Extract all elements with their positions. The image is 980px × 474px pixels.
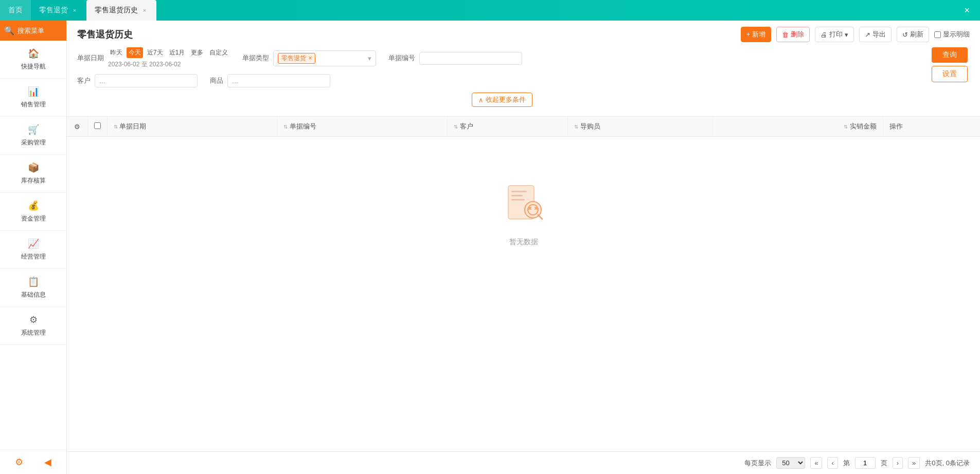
date-filter-group: 单据日期 昨天 今天 近7天 近1月 更多 自定义 2	[77, 47, 230, 69]
export-label: 导出	[872, 30, 886, 39]
date-shortcut-yesterday[interactable]: 昨天	[108, 47, 124, 58]
tab-首页[interactable]: 首页	[0, 0, 31, 21]
tab-零售退货[interactable]: 零售退货×	[31, 0, 86, 21]
svg-rect-1	[511, 191, 527, 192]
th-amount: ⇅ 实销金额	[713, 117, 883, 137]
settings-icon[interactable]: ⚙	[15, 457, 23, 468]
th-number-label: 单据编号	[290, 122, 316, 130]
page-header-top: 零售退货历史 + 新增 🗑 删除 🖨 打印 ▾ ↗ 导出	[77, 27, 970, 42]
sidebar-item-经营管理[interactable]: 📈 经营管理	[0, 231, 66, 269]
sidebar-item-系统管理[interactable]: ⚙ 系统管理	[0, 307, 66, 345]
toolbar: + 新增 🗑 删除 🖨 打印 ▾ ↗ 导出 ↺	[741, 27, 970, 42]
sidebar-icon: ⚙	[28, 314, 39, 325]
type-tag-label: 零售退货	[281, 54, 306, 63]
sidebar-search[interactable]: 🔍 搜索菜单	[0, 21, 66, 41]
collapse-label: 收起更多条件	[486, 95, 526, 104]
content-area: 零售退货历史 + 新增 🗑 删除 🖨 打印 ▾ ↗ 导出	[67, 21, 980, 474]
query-button[interactable]: 查询	[932, 47, 968, 63]
type-tag-close-icon[interactable]: ×	[308, 54, 312, 62]
sidebar-icon: 📦	[28, 162, 39, 173]
date-shortcut-more[interactable]: 更多	[189, 47, 205, 58]
sidebar-item-库存核算[interactable]: 📦 库存核算	[0, 155, 66, 193]
export-button[interactable]: ↗ 导出	[859, 27, 892, 42]
next-page-button[interactable]: ›	[893, 457, 903, 469]
sidebar-item-label: 库存核算	[21, 176, 46, 185]
sidebar-icon: 💰	[28, 200, 39, 211]
display-toggle-label: 显示明细	[943, 30, 970, 39]
per-page-label: 每页显示	[744, 459, 771, 468]
page-header: 零售退货历史 + 新增 🗑 删除 🖨 打印 ▾ ↗ 导出	[67, 21, 980, 117]
tab-零售退货历史[interactable]: 零售退货历史×	[86, 0, 156, 21]
customer-filter-select[interactable]: ...	[95, 74, 198, 87]
print-button[interactable]: 🖨 打印 ▾	[815, 27, 854, 42]
th-salesperson-sort-icon[interactable]: ⇅	[574, 124, 578, 130]
sidebar-bottom: ⚙ ◀	[0, 450, 66, 474]
tab-close-icon[interactable]: ×	[141, 7, 148, 14]
export-icon: ↗	[865, 31, 870, 39]
filter-main: 单据日期 昨天 今天 近7天 近1月 更多 自定义 2	[77, 47, 926, 111]
sidebar-item-label: 资金管理	[21, 214, 46, 223]
sidebar-item-label: 销售管理	[21, 100, 46, 109]
goods-dots: ...	[232, 77, 238, 85]
display-toggle[interactable]: 显示明细	[934, 30, 970, 39]
sidebar-search-label: 搜索菜单	[17, 26, 44, 35]
collapse-sidebar-icon[interactable]: ◀	[44, 457, 51, 468]
number-filter-input[interactable]	[419, 52, 522, 65]
sidebar-icon: 🏠	[28, 48, 39, 59]
type-select-chevron-icon: ▾	[368, 54, 371, 62]
pagination-bar: 每页显示 10 20 50 100 « ‹ 第 页 › » 共0页, 0条记录	[67, 451, 980, 474]
collapse-btn[interactable]: ∧ 收起更多条件	[472, 93, 532, 107]
empty-text: 暂无数据	[509, 238, 538, 247]
goods-filter-group: 商品 ...	[210, 74, 330, 87]
prev-page-button[interactable]: ‹	[827, 457, 838, 469]
date-shortcuts: 昨天 今天 近7天 近1月 更多 自定义	[108, 47, 230, 58]
page-label: 第	[843, 459, 850, 468]
svg-rect-2	[511, 195, 523, 196]
sidebar-item-资金管理[interactable]: 💰 资金管理	[0, 193, 66, 231]
display-toggle-checkbox[interactable]	[934, 31, 941, 38]
filter-row-1: 单据日期 昨天 今天 近7天 近1月 更多 自定义 2	[77, 47, 926, 69]
th-checkbox[interactable]	[87, 117, 107, 137]
customer-filter-group: 客户 ...	[77, 74, 198, 87]
delete-button[interactable]: 🗑 删除	[776, 27, 810, 42]
refresh-button[interactable]: ↺ 刷新	[897, 27, 929, 42]
th-settings[interactable]: ⚙	[67, 117, 87, 137]
last-page-button[interactable]: »	[908, 457, 920, 469]
first-page-button[interactable]: «	[810, 457, 822, 469]
th-amount-sort-icon[interactable]: ⇅	[844, 124, 848, 130]
date-shortcut-1month[interactable]: 近1月	[167, 47, 187, 58]
th-customer-sort-icon[interactable]: ⇅	[454, 124, 458, 130]
select-all-checkbox[interactable]	[94, 122, 101, 129]
date-shortcut-custom[interactable]: 自定义	[207, 47, 230, 58]
type-tag: 零售退货 ×	[278, 53, 315, 64]
th-date-sort-icon[interactable]: ⇅	[114, 124, 118, 130]
date-shortcut-7days[interactable]: 近7天	[145, 47, 165, 58]
th-date-label: 单据日期	[119, 122, 146, 130]
delete-icon: 🗑	[782, 31, 789, 39]
per-page-select[interactable]: 10 20 50 100	[776, 457, 805, 469]
sidebar-icon: 📈	[28, 238, 39, 249]
th-customer-label: 客户	[460, 122, 473, 130]
set-button[interactable]: 设置	[932, 66, 968, 82]
type-filter-group: 单据类型 零售退货 × ▾	[242, 50, 376, 66]
customer-filter-label: 客户	[77, 76, 91, 85]
sidebar-item-快捷导航[interactable]: 🏠 快捷导航	[0, 41, 66, 79]
sidebar-item-基础信息[interactable]: 📋 基础信息	[0, 269, 66, 307]
data-table: ⚙ ⇅ 单据日期 ⇅ 单据编号	[67, 117, 980, 288]
tab-close-icon[interactable]: ×	[71, 7, 78, 14]
sidebar-item-销售管理[interactable]: 📊 销售管理	[0, 79, 66, 117]
window-close-button[interactable]: ×	[960, 5, 974, 16]
delete-label: 删除	[791, 30, 804, 39]
th-number-sort-icon[interactable]: ⇅	[283, 124, 288, 130]
new-button[interactable]: + 新增	[741, 27, 771, 42]
type-filter-select[interactable]: 零售退货 × ▾	[273, 50, 376, 66]
sidebar-icon: 📋	[28, 276, 39, 287]
date-shortcuts-group: 昨天 今天 近7天 近1月 更多 自定义 2023-06-02 至 2023-0…	[108, 47, 230, 69]
print-label: 打印	[829, 30, 843, 39]
goods-filter-select[interactable]: ...	[227, 74, 330, 87]
date-shortcut-today[interactable]: 今天	[127, 47, 143, 58]
sidebar-item-label: 经营管理	[21, 252, 46, 261]
settings-column-icon[interactable]: ⚙	[74, 123, 80, 131]
page-input[interactable]	[855, 457, 876, 469]
sidebar-item-采购管理[interactable]: 🛒 采购管理	[0, 117, 66, 155]
